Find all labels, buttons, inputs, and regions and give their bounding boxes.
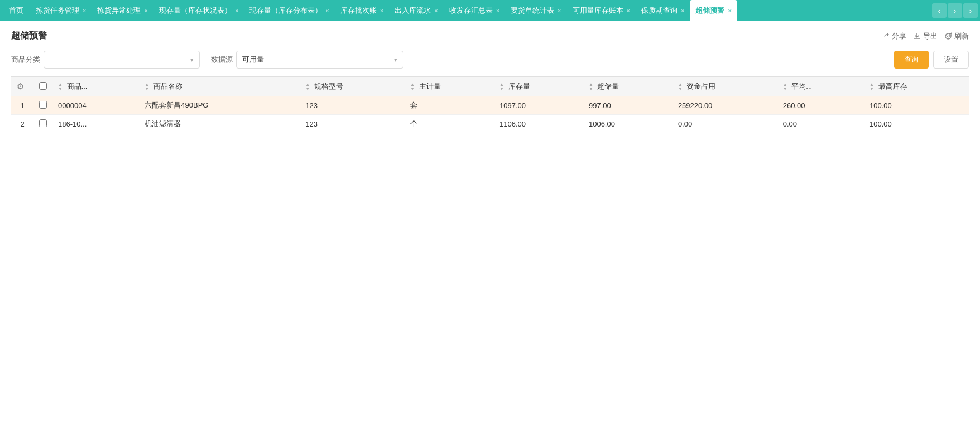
product-category-filter: 商品分类 ▾ [11, 51, 200, 69]
export-button[interactable]: 导出 [913, 31, 938, 41]
nav-tab-5[interactable]: 库存批次账 × [335, 0, 389, 21]
share-button[interactable]: 分享 [882, 31, 906, 41]
table-gear-icon[interactable]: ⚙ [17, 81, 24, 91]
page-header: 超储预警 分享 导出 刷新 [11, 30, 969, 42]
sort-product-name-icon[interactable]: ▲▼ [145, 83, 149, 91]
table-row: 1 0000004 六配套新昌490BPG 123 套 1097.00 997.… [11, 96, 969, 115]
row-product-name-1: 机油滤清器 [139, 115, 300, 133]
row-unit-0: 套 [405, 96, 494, 115]
close-tab-6-icon[interactable]: × [434, 7, 438, 14]
row-product-code-0: 0000004 [52, 96, 139, 115]
col-header-overstock: ▲▼ 超储量 [583, 77, 672, 96]
close-tab-2-icon[interactable]: × [144, 7, 147, 14]
table-body: 1 0000004 六配套新昌490BPG 123 套 1097.00 997.… [11, 96, 969, 133]
close-tab-3-icon[interactable]: × [235, 7, 238, 14]
sort-max-stock-icon[interactable]: ▲▼ [869, 83, 874, 91]
nav-tab-11[interactable]: 超储预警 × [690, 0, 737, 21]
row-capital-1: 0.00 [672, 115, 777, 133]
col-header-max-stock: ▲▼ 最高库存 [864, 77, 969, 96]
row-product-code-1: 186-10... [52, 115, 139, 133]
sort-stock-icon[interactable]: ▲▼ [499, 83, 504, 91]
nav-tab-6[interactable]: 出入库流水 × [389, 0, 443, 21]
query-button[interactable]: 查询 [894, 51, 929, 69]
col-header-spec: ▲▼ 规格型号 [300, 77, 405, 96]
row-spec-1: 123 [300, 115, 405, 133]
row-checkbox-0[interactable] [39, 101, 47, 109]
row-checkbox-cell-0 [33, 96, 52, 115]
page-content: 超储预警 分享 导出 刷新 商品 [0, 21, 980, 446]
close-tab-4-icon[interactable]: × [325, 7, 329, 14]
data-source-chevron-icon: ▾ [394, 56, 397, 64]
col-header-product-code: ▲▼ 商品... [52, 77, 139, 96]
row-num-0: 1 [11, 96, 33, 115]
nav-prev-btn[interactable]: ‹ [932, 3, 947, 18]
row-max-stock-1: 100.00 [864, 115, 969, 133]
top-nav: 首页 拣货任务管理 × 拣货异常处理 × 现存量（库存状况表） × 现存量（库存… [0, 0, 980, 21]
table-header: ⚙ ▲▼ 商品... ▲▼ 商品名称 [11, 77, 969, 96]
nav-tab-3[interactable]: 现存量（库存状况表） × [153, 0, 244, 21]
refresh-icon [944, 32, 952, 40]
row-stock-1: 1106.00 [494, 115, 583, 133]
page-title: 超储预警 [11, 30, 47, 42]
col-header-avg: ▲▼ 平均... [777, 77, 864, 96]
row-avg-1: 0.00 [777, 115, 864, 133]
nav-tab-1[interactable]: 拣货任务管理 × [30, 0, 92, 21]
data-source-select-value: 可用量 [242, 55, 264, 65]
header-actions: 分享 导出 刷新 [882, 31, 969, 41]
col-header-checkbox [33, 77, 52, 96]
close-tab-1-icon[interactable]: × [83, 7, 86, 14]
sort-capital-icon[interactable]: ▲▼ [678, 83, 683, 91]
nav-tab-8[interactable]: 要货单统计表 × [505, 0, 566, 21]
row-spec-0: 123 [300, 96, 405, 115]
close-tab-5-icon[interactable]: × [380, 7, 383, 14]
nav-tab-10[interactable]: 保质期查询 × [636, 0, 690, 21]
nav-tab-4[interactable]: 现存量（库存分布表） × [244, 0, 334, 21]
filter-row: 商品分类 ▾ 数据源 可用量 ▾ 查询 设置 [11, 51, 969, 69]
row-unit-1: 个 [405, 115, 494, 133]
product-category-label: 商品分类 [11, 55, 40, 65]
sort-overstock-icon[interactable]: ▲▼ [589, 83, 593, 91]
table-row: 2 186-10... 机油滤清器 123 个 1106.00 1006.00 … [11, 115, 969, 133]
nav-more-btn[interactable]: › [963, 3, 978, 18]
settings-button[interactable]: 设置 [933, 51, 969, 69]
nav-tab-2[interactable]: 拣货异常处理 × [92, 0, 153, 21]
row-checkbox-1[interactable] [39, 119, 47, 127]
data-table: ⚙ ▲▼ 商品... ▲▼ 商品名称 [11, 76, 969, 133]
col-header-capital: ▲▼ 资金占用 [672, 77, 777, 96]
row-checkbox-cell-1 [33, 115, 52, 133]
row-max-stock-0: 100.00 [864, 96, 969, 115]
data-source-label: 数据源 [211, 55, 233, 65]
close-tab-8-icon[interactable]: × [558, 7, 561, 14]
select-all-checkbox[interactable] [39, 82, 47, 90]
col-header-unit: ▲▼ 主计量 [405, 77, 494, 96]
row-avg-0: 260.00 [777, 96, 864, 115]
data-source-filter: 数据源 可用量 ▾ [211, 51, 403, 69]
close-tab-10-icon[interactable]: × [681, 7, 684, 14]
nav-home[interactable]: 首页 [2, 6, 30, 16]
data-source-select[interactable]: 可用量 ▾ [236, 51, 403, 69]
nav-next-btn[interactable]: › [948, 3, 962, 18]
sort-unit-icon[interactable]: ▲▼ [410, 83, 415, 91]
close-tab-11-icon[interactable]: × [728, 7, 731, 14]
table-header-row: ⚙ ▲▼ 商品... ▲▼ 商品名称 [11, 77, 969, 96]
nav-arrows: ‹ › › [932, 3, 978, 18]
close-tab-9-icon[interactable]: × [627, 7, 630, 14]
close-tab-7-icon[interactable]: × [496, 7, 499, 14]
product-category-select[interactable]: ▾ [44, 51, 200, 69]
row-capital-0: 259220.00 [672, 96, 777, 115]
row-num-1: 2 [11, 115, 33, 133]
export-icon [913, 32, 921, 40]
product-category-chevron-icon: ▾ [190, 56, 194, 64]
col-header-stock: ▲▼ 库存量 [494, 77, 583, 96]
filter-buttons: 查询 设置 [894, 51, 969, 69]
share-icon [882, 32, 890, 40]
nav-tab-7[interactable]: 收发存汇总表 × [444, 0, 505, 21]
sort-product-code-icon[interactable]: ▲▼ [58, 83, 63, 91]
col-gear: ⚙ [11, 77, 33, 96]
nav-tab-9[interactable]: 可用量库存账本 × [567, 0, 636, 21]
sort-spec-icon[interactable]: ▲▼ [305, 83, 310, 91]
sort-avg-icon[interactable]: ▲▼ [783, 83, 787, 91]
row-overstock-1: 1006.00 [583, 115, 672, 133]
row-product-name-0: 六配套新昌490BPG [139, 96, 300, 115]
refresh-button[interactable]: 刷新 [944, 31, 969, 41]
